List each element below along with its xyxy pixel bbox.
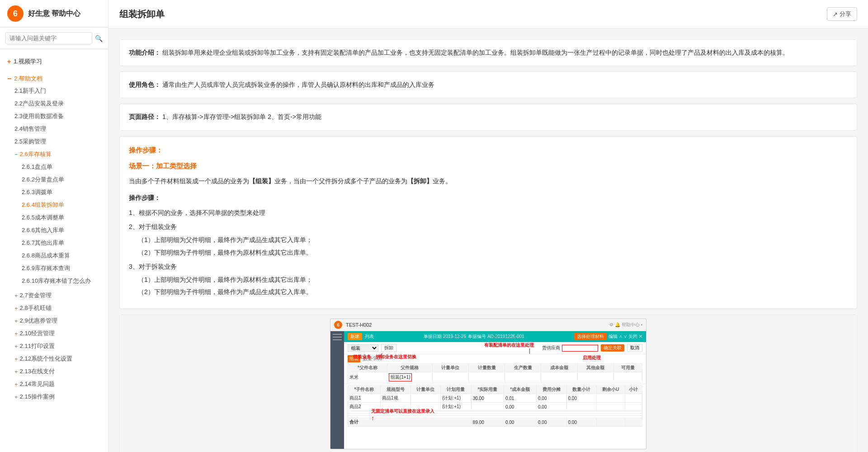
sidebar-item-stock-query[interactable]: 2.6.9库存账本查询 (22, 262, 101, 275)
role-label: 使用角色： (129, 81, 160, 88)
sidebar-item-cases[interactable]: +2.15操作案例 (14, 390, 101, 403)
mock-sidebar (330, 331, 344, 449)
sidebar-item-payment[interactable]: +2.13在线支付 (14, 365, 101, 378)
sidebar-item-coupon[interactable]: +2.9优惠券管理 (14, 314, 101, 327)
sidebar-item-docs[interactable]: − 2.帮助文档 (7, 73, 101, 85)
mock-type-display: 拆卸 (381, 344, 396, 352)
sidebar-item-mobile[interactable]: +2.8手机旺铺 (14, 302, 101, 314)
sidebar-item-transfer[interactable]: 2.6.3调拨单 (22, 186, 101, 199)
mock-nav-icons: ⚙ 🔔 帮助中心 ▪ (609, 322, 642, 328)
sidebar-item-assembly[interactable]: 2.6.4组装拆卸单 (22, 199, 101, 211)
step2-sub1: （1）上部明细为父件明细，最终作为产成品生成其它入库单； (129, 234, 848, 246)
sidebar-item-beginner[interactable]: 2.1新手入门 (14, 85, 101, 97)
nav-section-1: + 1.视频学习 (0, 53, 108, 70)
sidebar-item-data-prep[interactable]: 2.3使用前数据准备 (14, 110, 101, 123)
func-intro-text: 组装拆卸单用来处理企业组装或拆卸等加工业务，支持有固定装配清单的产品加工业务，也… (162, 49, 789, 56)
sidebar-item-inventory[interactable]: − 2.6库存核算 (14, 148, 101, 161)
sidebar-item-other-in[interactable]: 2.6.6其他入库单 (22, 224, 101, 237)
sidebar-item-partial-stocktake[interactable]: 2.6.2分量盘点单 (22, 173, 101, 186)
steps-block: 操作步骤： 场景一：加工类型选择 当由多个子件材料组装成一个成品的业务为【组装】… (119, 136, 857, 309)
mock-tab-new: 新建 (348, 333, 362, 340)
app-title: 好生意 帮助中心 (28, 9, 80, 19)
annotation-1: 有装配清单的在这里处理 (484, 342, 534, 354)
sidebar-item-cost-recalc[interactable]: 2.6.8商品成本重算 (22, 249, 101, 262)
mock-topbar-id: TEST-H002 (346, 322, 372, 328)
sidebar-item-ops[interactable]: +2.10经营管理 (14, 327, 101, 340)
mock-logo: 6 (334, 321, 342, 329)
share-button[interactable]: ↗ 分享 (827, 7, 857, 21)
sidebar-item-stocktake[interactable]: 2.6.1盘点单 (22, 161, 101, 173)
path-label: 页面路径： (129, 113, 160, 120)
mock-type-select[interactable]: 加工类型 组装 拆卸 (348, 344, 378, 352)
mock-field-label: 货供应商 (542, 345, 560, 351)
path-text: 1、库存核算->库存管理->组装拆卸单 2、首页->常用功能 (162, 113, 321, 120)
nav-list: + 1.视频学习 − 2.帮助文档 2.1新手入门 2.2产品安装及登录 2.3… (0, 49, 108, 452)
parent-table: *父件名称 父件规格 计量单位 计量数量 生产数量 成本金额 其他金额 可用量 (348, 363, 642, 383)
annotation-3-arrow: ↙ (378, 351, 383, 358)
sidebar-item-install[interactable]: 2.2产品安装及登录 (14, 97, 101, 110)
nav-sub-list-inventory: 2.6.1盘点单 2.6.2分量盘点单 2.6.3调拨单 2.6.4组装拆卸单 … (14, 161, 101, 287)
sidebar-item-cost-adjust[interactable]: 2.6.5成本调整单 (22, 211, 101, 224)
sidebar: 6 好生意 帮助中心 🔍 + 1.视频学习 − 2.帮助文档 2.1新手入门 2… (0, 0, 108, 452)
role-block: 使用角色： 通常由生产人员或库管人员完成拆装业务的操作，库管人员确认原材料的出库… (119, 71, 857, 98)
step3: 3、对于拆装业务 (129, 261, 848, 272)
mock-form-date: 单据日期 2019-12-26 (424, 333, 466, 340)
sidebar-item-sales[interactable]: 2.4销售管理 (14, 123, 101, 135)
step3-sub2: （2）下部明细为子件明细，最终作为产成品生成其它入库单。 (129, 286, 848, 298)
sidebar-header: 6 好生意 帮助中心 (0, 0, 108, 28)
step1: 1、根据不同的业务，选择不同单据的类型来处理 (129, 207, 848, 219)
sidebar-item-finance[interactable]: +2.7资金管理 (14, 289, 101, 302)
sidebar-item-purchase[interactable]: 2.5采购管理 (14, 135, 101, 148)
sidebar-item-label: 1.视频学习 (14, 57, 42, 66)
content-area: 功能介绍： 组装拆卸单用来处理企业组装或拆卸等加工业务，支持有固定装配清单的产品… (108, 29, 868, 452)
search-input[interactable] (5, 32, 92, 44)
expand-icon: + (7, 58, 11, 65)
mock-cancel-btn[interactable]: 取消 (627, 344, 642, 352)
search-button[interactable]: 🔍 (95, 35, 103, 42)
scene1-label: 场景一：加工类型选择 (129, 160, 848, 172)
role-text: 通常由生产人员或库管人员完成拆装业务的操作，库管人员确认原材料的出库和产成品的入… (162, 81, 434, 88)
mock-confirm-btn[interactable]: 确定关联 (601, 344, 624, 352)
app-logo: 6 (7, 5, 24, 22)
screenshot-container: 6 TEST-H002 ⚙ 🔔 帮助中心 ▪ (119, 314, 857, 452)
step3-sub1: （1）上部明细为父件明细，最终作为原材料生成其它出库单； (129, 274, 848, 285)
sidebar-item-faq[interactable]: +2.14常见问题 (14, 378, 101, 390)
annotation-3: 组装业务、拆卸业务在这里切换 (353, 354, 416, 360)
steps-main-label: 操作步骤： (129, 144, 848, 156)
sidebar-item-stock-fix[interactable]: 2.6.10库存账本错了怎么办 (22, 275, 101, 287)
collapse-icon: − (7, 75, 11, 83)
sidebar-item-settings[interactable]: +2.12系统个性化设置 (14, 352, 101, 365)
annotation-4: 启用处理 (583, 355, 601, 361)
mock-nav-btns: 编辑 ∧ ∨ 关闭 ✕ (609, 333, 642, 340)
sidebar-item-videos[interactable]: + 1.视频学习 (7, 56, 101, 67)
steps-inner-label: 操作步骤： (129, 192, 848, 204)
func-intro-block: 功能介绍： 组装拆卸单用来处理企业组装或拆卸等加工业务，支持有固定装配清单的产品… (119, 39, 857, 66)
mock-tab-list: 列表 (365, 333, 374, 340)
mock-highlighted-cell: 组装(1+1) (389, 373, 412, 381)
step2-sub2: （2）下部明细为子件明细，最终作为原材料生成其它出库单。 (129, 247, 848, 258)
share-label: 分享 (840, 10, 851, 18)
share-icon: ↗ (833, 11, 838, 18)
annotation-5: 无固定清单可以直接在这里录入 ↑ (371, 408, 434, 422)
sidebar-item-inventory-label: 2.6库存核算 (20, 150, 52, 158)
search-box[interactable]: 🔍 (0, 28, 108, 49)
sidebar-item-print[interactable]: +2.11打印设置 (14, 340, 101, 352)
func-intro-label: 功能介绍： (129, 49, 160, 56)
path-block: 页面路径： 1、库存核算->库存管理->组装拆卸单 2、首页->常用功能 (119, 104, 857, 130)
scene1-desc: 当由多个子件材料组装成一个成品的业务为【组装】业务，当由一个父件拆分成多个子产品… (129, 176, 848, 187)
page-title: 组装拆卸单 (119, 8, 165, 20)
mock-supplier-input[interactable] (562, 345, 598, 352)
mock-btn-save: 选择处理材料 (574, 333, 607, 340)
nav-sub-list-docs: 2.1新手入门 2.2产品安装及登录 2.3使用前数据准备 2.4销售管理 2.… (7, 85, 101, 403)
sidebar-item-label: 2.帮助文档 (14, 75, 42, 83)
mock-form-no: 单据编号 AD-20191226-001 (468, 333, 524, 340)
nav-section-2: − 2.帮助文档 2.1新手入门 2.2产品安装及登录 2.3使用前数据准备 2… (0, 70, 108, 406)
collapse-sub-icon: − (14, 151, 18, 158)
sidebar-item-other-out[interactable]: 2.6.7其他出库单 (22, 237, 101, 249)
main-content: 组装拆卸单 ↗ 分享 功能介绍： 组装拆卸单用来处理企业组装或拆卸等加工业务，支… (108, 0, 868, 452)
main-header: 组装拆卸单 ↗ 分享 (108, 0, 868, 29)
step2: 2、对于组装业务 (129, 221, 848, 233)
